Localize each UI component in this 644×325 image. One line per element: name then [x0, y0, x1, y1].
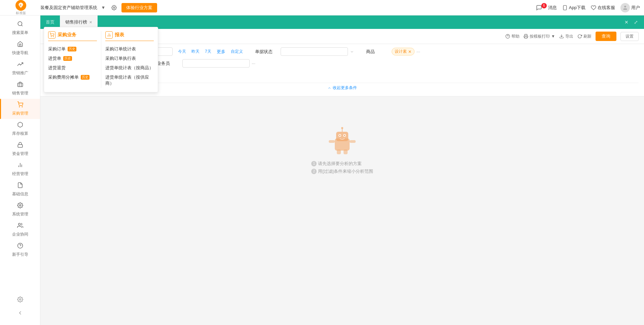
menu-item-goods-return[interactable]: 进货退货: [48, 63, 97, 73]
industry-btn[interactable]: 体验行业方案: [121, 3, 157, 12]
svg-point-15: [18, 223, 20, 225]
more-date-btn[interactable]: 更多: [217, 49, 225, 55]
svg-rect-10: [18, 145, 23, 147]
query-btn[interactable]: 查询: [596, 32, 616, 41]
hist-badge-3: 历史: [81, 75, 90, 80]
col2-header: 报表: [105, 31, 154, 41]
sidebar-item-finance[interactable]: 资金管理: [0, 139, 40, 159]
sidebar-label-finance: 资金管理: [12, 151, 28, 157]
topbar-settings-btn[interactable]: [109, 3, 119, 12]
online-service-btn[interactable]: 在线客服: [591, 5, 615, 11]
sidebar-label-inventory: 库存核算: [12, 131, 28, 136]
sidebar-item-purchase[interactable]: 采购管理: [0, 99, 40, 119]
message-btn[interactable]: 6 消息: [536, 5, 557, 11]
sales-icon: [17, 81, 23, 89]
sidebar-item-search[interactable]: 搜索菜单: [0, 18, 40, 38]
tip2-text: 用[过滤]条件来缩小分析范围: [318, 167, 373, 175]
svg-point-35: [51, 37, 51, 37]
sidebar-settings-btn[interactable]: [15, 294, 26, 305]
user-label: 用户: [631, 5, 640, 11]
sidebar-item-basicinfo[interactable]: 基础信息: [0, 179, 40, 200]
sidebar-item-sales[interactable]: 销售管理: [0, 79, 40, 99]
menu-item-po-exec[interactable]: 采购订单执行表: [105, 54, 154, 63]
hist-badge-1: 历史: [68, 47, 76, 51]
settings-btn[interactable]: 设置: [620, 32, 639, 41]
sidebar-item-newbie[interactable]: 新手引导: [0, 240, 40, 260]
topbar-system: 装餐及固定资产辅助管理系统 ▼ 体验行业方案: [40, 3, 536, 12]
svg-rect-21: [525, 37, 527, 38]
system-dropdown-btn[interactable]: ▼: [100, 4, 107, 11]
salesperson-more[interactable]: ···: [252, 61, 255, 66]
svg-text:6: 6: [20, 3, 21, 6]
salesperson-input[interactable]: [182, 59, 250, 68]
goods-receipt-label: 进货单: [48, 55, 61, 62]
custom-btn[interactable]: 自定义: [231, 49, 243, 54]
marketing-icon: [17, 61, 23, 69]
app-download-label: App下载: [569, 5, 585, 11]
help-btn[interactable]: 帮助: [505, 34, 520, 39]
window-close-btn[interactable]: ✕: [622, 18, 631, 26]
svg-point-14: [19, 205, 21, 206]
tip1-num: 1: [311, 161, 317, 166]
svg-point-18: [19, 299, 21, 300]
export-btn[interactable]: 导出: [559, 34, 573, 39]
sidebar-item-operation[interactable]: 经营管理: [0, 159, 40, 179]
tab-close-btn[interactable]: ✕: [89, 20, 92, 25]
app-download-btn[interactable]: App下载: [562, 5, 585, 11]
product-tag-close[interactable]: ✕: [408, 49, 412, 54]
gr-by-product-label: 进货单统计表（按商品）: [105, 65, 153, 71]
svg-point-4: [624, 6, 626, 7]
help-label: 帮助: [511, 34, 520, 39]
sidebar-collapse-btn[interactable]: [15, 308, 26, 318]
logo: 6 标准版: [4, 0, 38, 15]
menu-item-gr-by-supplier[interactable]: 进货单统计表（按供应商）: [105, 73, 154, 88]
print-btn[interactable]: 按模板打印 ▼: [524, 34, 555, 39]
tip1-text: 请先选择要分析的方案: [318, 160, 362, 167]
menu-item-gr-by-product[interactable]: 进货单统计表（按商品）: [105, 63, 154, 73]
finance-icon: [17, 142, 23, 150]
gr-by-supplier-label: 进货单统计表（按供应商）: [105, 74, 154, 86]
product-tag: 设计素 ✕: [392, 48, 415, 55]
refresh-btn[interactable]: 刷新: [577, 34, 592, 39]
sidebar-item-quicknav[interactable]: 快捷导航: [0, 38, 40, 58]
sidebar-label-sales: 销售管理: [12, 90, 28, 96]
svg-rect-32: [350, 140, 356, 143]
menu-item-purchase-fee[interactable]: 采购费用分摊单 历史: [48, 73, 97, 82]
purchase-dropdown-menu: 采购业务 采购订单 历史 进货单 历史 进货退货 采购费用分摊单 历史: [44, 27, 158, 92]
window-maximize-btn[interactable]: ⤢: [632, 18, 640, 26]
sidebar-item-system[interactable]: 系统管理: [0, 200, 40, 220]
home-icon: [17, 41, 23, 49]
basicinfo-icon: [17, 182, 23, 190]
dropdown-cols: 采购业务 采购订单 历史 进货单 历史 进货退货 采购费用分摊单 历史: [48, 31, 154, 88]
tab-window-btns: ✕ ⤢: [618, 15, 644, 29]
menu-item-purchase-order[interactable]: 采购订单 历史: [48, 44, 97, 54]
sidebar-label-newbie: 新手引导: [12, 252, 28, 257]
purchase-fee-label: 采购费用分摊单: [48, 74, 79, 80]
yesterday-btn[interactable]: 昨天: [191, 49, 200, 54]
today-btn[interactable]: 今天: [178, 49, 186, 54]
menu-item-po-stats[interactable]: 采购订单统计表: [105, 44, 154, 54]
message-label: 消息: [548, 5, 557, 11]
sidebar-label-purchase: 采购管理: [12, 111, 28, 116]
sidebar-bottom: [0, 294, 40, 322]
status-input[interactable]: [281, 47, 348, 56]
goods-return-label: 进货退货: [48, 65, 66, 71]
po-stats-label: 采购订单统计表: [105, 46, 136, 52]
logo-icon: 6: [15, 0, 26, 11]
tab-spacer: [98, 15, 618, 29]
svg-point-1: [113, 7, 115, 8]
operation-icon: [17, 162, 23, 170]
7days-btn[interactable]: 7天: [205, 49, 211, 54]
product-more[interactable]: ···: [417, 49, 420, 54]
sidebar-item-marketing[interactable]: 营销推广: [0, 58, 40, 79]
sidebar-label-operation: 经营管理: [12, 171, 28, 177]
status-dropdown-icon: [350, 50, 354, 54]
topbar-right: 6 消息 App下载 在线客服 用户: [536, 3, 640, 12]
sidebar-item-enterprise[interactable]: 企业协同: [0, 220, 40, 240]
user-btn[interactable]: 用户: [620, 3, 640, 12]
sidebar-item-inventory[interactable]: 库存核算: [0, 119, 40, 139]
print-dropdown-icon[interactable]: ▼: [551, 34, 555, 39]
inventory-icon: [17, 122, 23, 129]
menu-item-goods-receipt[interactable]: 进货单 历史: [48, 54, 97, 63]
salesperson-label: 业务员: [157, 60, 177, 67]
